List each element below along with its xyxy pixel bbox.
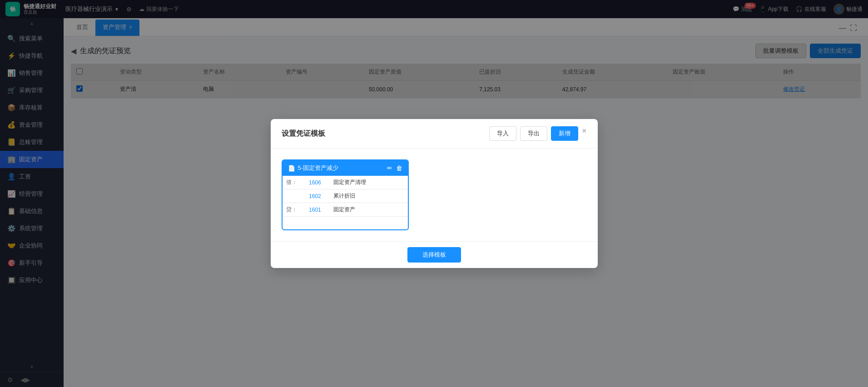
template-card-header: 📄 5-固定资产减少 ✏ 🗑 <box>283 160 408 176</box>
template-entries-table: 借： 1606 固定资产清理 1602 累计折旧 <box>283 176 408 229</box>
modal-body: 📄 5-固定资产减少 ✏ 🗑 借： 1606 固 <box>271 149 598 241</box>
template-card-action-icons: ✏ 🗑 <box>387 164 402 172</box>
template-card: 📄 5-固定资产减少 ✏ 🗑 借： 1606 固 <box>282 159 409 230</box>
modal-header: 设置凭证模板 导入 导出 新增 × <box>271 119 598 149</box>
set-template-modal: 设置凭证模板 导入 导出 新增 × 📄 5-固定资产减少 ✏ 🗑 <box>271 119 598 268</box>
template-edit-icon[interactable]: ✏ <box>387 164 392 172</box>
template-card-title: 📄 5-固定资产减少 <box>288 164 339 172</box>
template-empty-row <box>283 217 408 229</box>
template-delete-icon[interactable]: 🗑 <box>396 164 402 172</box>
import-btn[interactable]: 导入 <box>489 126 516 141</box>
template-credit-row-1: 贷： 1601 固定资产 <box>283 203 408 217</box>
modal-header-actions: 导入 导出 新增 × <box>489 126 587 141</box>
modal-close-btn[interactable]: × <box>582 126 587 141</box>
template-credit-name-1: 固定资产 <box>330 203 380 217</box>
template-card-body: 借： 1606 固定资产清理 1602 累计折旧 <box>283 176 408 229</box>
template-debit-row-2: 1602 累计折旧 <box>283 189 408 203</box>
new-template-btn[interactable]: 新增 <box>551 126 578 141</box>
template-doc-icon: 📄 <box>288 165 295 172</box>
template-debit-name-1: 固定资产清理 <box>330 176 380 189</box>
modal-overlay: 设置凭证模板 导入 导出 新增 × 📄 5-固定资产减少 ✏ 🗑 <box>0 0 868 387</box>
modal-footer: 选择模板 <box>271 241 598 268</box>
template-debit-row-1: 借： 1606 固定资产清理 <box>283 176 408 189</box>
template-debit-label: 借： <box>283 176 305 189</box>
template-debit-name-2: 累计折旧 <box>330 189 380 203</box>
modal-title: 设置凭证模板 <box>282 129 325 139</box>
export-btn[interactable]: 导出 <box>520 126 547 141</box>
template-debit-code-1: 1606 <box>305 176 330 189</box>
template-credit-code-1: 1601 <box>305 203 330 217</box>
template-name: 5-固定资产减少 <box>298 164 339 172</box>
template-credit-label: 贷： <box>283 203 305 217</box>
template-debit-code-2: 1602 <box>305 189 330 203</box>
select-template-btn[interactable]: 选择模板 <box>407 247 461 263</box>
